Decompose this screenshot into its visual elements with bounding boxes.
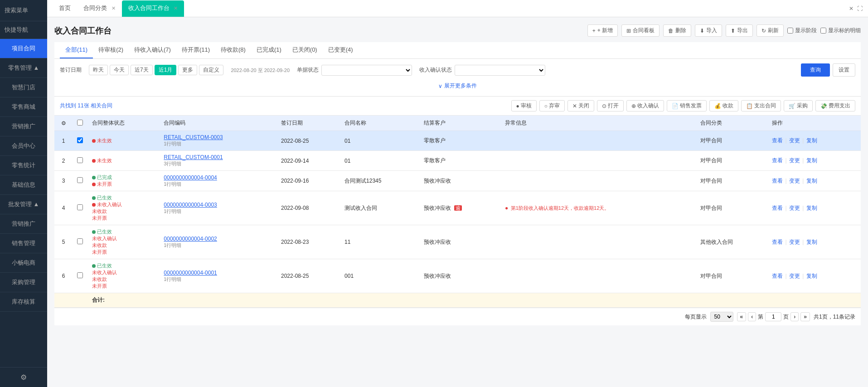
prev-page-btn[interactable]: ‹	[748, 312, 756, 321]
sidebar-item-purchase-mgmt[interactable]: 采购管理	[0, 273, 47, 292]
filter-tab-pending-invoice[interactable]: 待开票(11)	[176, 42, 215, 58]
row-checkbox[interactable]	[77, 272, 83, 278]
sidebar-item-wholesale-mgmt[interactable]: 批发管理 ▲	[0, 195, 47, 214]
filter-tab-completed[interactable]: 已完成(1)	[251, 42, 287, 58]
edit-op[interactable]: 变更	[789, 239, 800, 245]
refresh-button[interactable]: ↻ 刷新	[756, 24, 784, 37]
sidebar-item-member-center[interactable]: 会员中心	[0, 136, 47, 156]
sidebar-item-marketing2[interactable]: 营销推广	[0, 214, 47, 234]
row-checkbox[interactable]	[77, 204, 83, 210]
edit-op[interactable]: 变更	[789, 178, 800, 184]
sales-invoice-button[interactable]: 📄 销售发票	[667, 100, 707, 111]
filter-tab-all[interactable]: 全部(11)	[60, 42, 93, 58]
show-detail-checkbox[interactable]: 显示标的明细	[820, 27, 861, 34]
row-checkbox[interactable]	[77, 238, 83, 244]
view-op[interactable]: 查看	[772, 239, 783, 245]
window-resize-btn[interactable]: ⛶	[857, 5, 863, 12]
filter-tab-pending-payment[interactable]: 待收款(8)	[215, 42, 251, 58]
open-button[interactable]: ⊙ 打开	[597, 100, 624, 111]
contract-link[interactable]: 0000000000004-0001	[164, 270, 217, 276]
copy-op[interactable]: 复制	[806, 205, 817, 211]
copy-op[interactable]: 复制	[806, 239, 817, 245]
contract-link[interactable]: RETAIL_CUSTOM-0003	[164, 134, 223, 140]
expand-more-button[interactable]: ∨ 展开更多条件	[435, 80, 480, 92]
sidebar-search[interactable]: 搜索菜单	[0, 0, 47, 21]
import-button[interactable]: ⬇ 导入	[695, 24, 722, 37]
sidebar-item-inventory[interactable]: 库存核算	[0, 292, 47, 312]
expense-button[interactable]: 💸 费用支出	[815, 100, 855, 111]
edit-op[interactable]: 变更	[789, 137, 800, 144]
page-size-select[interactable]: 50 10 20 100	[710, 312, 733, 322]
date-btn-yesterday[interactable]: 昨天	[89, 65, 108, 75]
tab-close-income-contract[interactable]: ✕	[174, 5, 178, 11]
filter-tab-changed[interactable]: 已变更(4)	[323, 42, 359, 58]
filter-tab-pending-review[interactable]: 待审核(2)	[93, 42, 129, 58]
income-confirm-button[interactable]: ⊕ 收入确认	[626, 100, 664, 111]
date-btn-custom[interactable]: 自定义	[199, 65, 223, 75]
copy-op[interactable]: 复制	[806, 157, 817, 164]
contract-link[interactable]: 0000000000004-0003	[164, 202, 217, 208]
page-input[interactable]	[765, 312, 781, 321]
next-page-btn[interactable]: ›	[790, 312, 799, 321]
sidebar-item-retail-stats[interactable]: 零售统计	[0, 156, 47, 175]
date-btn-7days[interactable]: 近7天	[131, 65, 153, 75]
row-customer: 预收冲应收	[419, 259, 501, 293]
receipt-button[interactable]: 💰 收款	[709, 100, 738, 111]
contract-link[interactable]: RETAIL_CUSTOM-0001	[164, 154, 223, 160]
view-op[interactable]: 查看	[772, 178, 783, 184]
filter-tab-pending-confirm[interactable]: 待收入确认(7)	[129, 42, 176, 58]
row-checkbox[interactable]	[77, 157, 83, 163]
sidebar-item-project-contract[interactable]: 项目合同	[0, 39, 47, 58]
delete-button[interactable]: 🗑 删除	[663, 24, 691, 37]
doc-status-select[interactable]	[321, 65, 412, 76]
filter-tab-closed[interactable]: 已关闭(0)	[287, 42, 323, 58]
receive-status-select[interactable]	[455, 65, 545, 76]
close-button[interactable]: ✕ 关闭	[567, 100, 594, 111]
tab-home[interactable]: 首页	[53, 0, 77, 17]
tab-contract-category[interactable]: 合同分类 ✕	[77, 0, 122, 17]
view-op[interactable]: 查看	[772, 137, 783, 144]
select-all-checkbox[interactable]	[77, 120, 83, 126]
row-checkbox[interactable]	[77, 177, 83, 183]
abandon-audit-button[interactable]: ○ 弃审	[539, 100, 565, 111]
first-page-btn[interactable]: «	[737, 312, 747, 321]
copy-op[interactable]: 复制	[806, 273, 817, 279]
gear-icon[interactable]: ⚙	[20, 373, 27, 381]
tab-close-contract-category[interactable]: ✕	[112, 5, 116, 11]
sidebar-item-sales-mgmt[interactable]: 销售管理	[0, 234, 47, 253]
copy-op[interactable]: 复制	[806, 178, 817, 184]
purchase-button[interactable]: 🛒 采购	[784, 100, 813, 111]
contract-link[interactable]: 0000000000004-0002	[164, 236, 217, 242]
window-close-btn[interactable]: ✕	[849, 5, 853, 12]
row-checkbox[interactable]	[77, 137, 83, 143]
view-op[interactable]: 查看	[772, 157, 783, 164]
sidebar-item-ecommerce[interactable]: 小畅电商	[0, 253, 47, 273]
date-btn-today[interactable]: 今天	[110, 65, 129, 75]
sidebar-item-retail-mall[interactable]: 零售商城	[0, 97, 47, 117]
expenditure-contract-button[interactable]: 📋 支出合同	[741, 100, 781, 111]
date-range-display: 2022-08-20 至 2022-09-20	[231, 67, 290, 74]
add-button[interactable]: + + 新增	[587, 24, 618, 37]
date-btn-1month[interactable]: 近1月	[155, 65, 177, 75]
sidebar-item-smart-store[interactable]: 智慧门店	[0, 78, 47, 97]
sidebar-item-basic-info[interactable]: 基础信息	[0, 175, 47, 195]
view-op[interactable]: 查看	[772, 273, 783, 279]
sidebar-item-marketing1[interactable]: 营销推广	[0, 117, 47, 136]
sidebar-quick-nav[interactable]: 快捷导航	[0, 21, 47, 39]
show-phase-checkbox[interactable]: 显示阶段	[787, 27, 817, 34]
edit-op[interactable]: 变更	[789, 157, 800, 164]
setting-button[interactable]: 设置	[833, 63, 855, 77]
export-button[interactable]: ⬆ 导出	[726, 24, 753, 37]
copy-op[interactable]: 复制	[806, 137, 817, 144]
view-op[interactable]: 查看	[772, 205, 783, 211]
sidebar-item-retail-mgmt[interactable]: 零售管理 ▲	[0, 58, 47, 78]
edit-op[interactable]: 变更	[789, 205, 800, 211]
query-button[interactable]: 查询	[801, 63, 830, 77]
tab-income-contract[interactable]: 收入合同工作台 ✕	[122, 0, 184, 17]
last-page-btn[interactable]: »	[800, 312, 810, 321]
edit-op[interactable]: 变更	[789, 273, 800, 279]
contract-panel-button[interactable]: ⊞ 合同看板	[621, 24, 659, 37]
contract-link[interactable]: 0000000000004-0004	[164, 174, 217, 181]
audit-button[interactable]: ● 审核	[511, 100, 537, 111]
date-btn-more[interactable]: 更多	[178, 65, 197, 75]
